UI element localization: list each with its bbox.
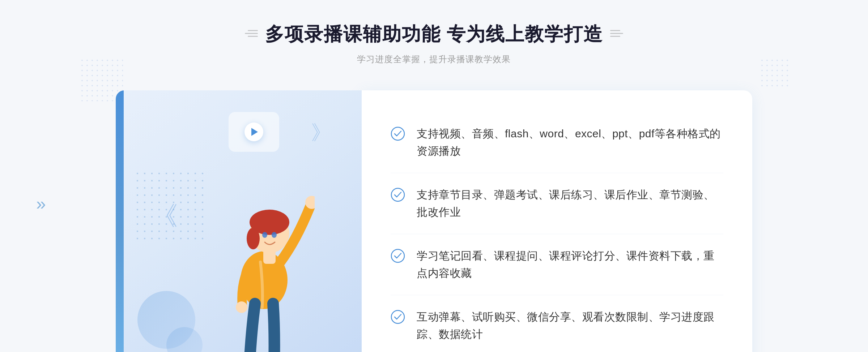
main-title: 多项录播课辅助功能 专为线上教学打造 <box>265 22 603 47</box>
video-bubble <box>229 112 279 152</box>
check-icon-2 <box>391 188 405 202</box>
svg-rect-8 <box>263 249 276 264</box>
feature-item-3: 学习笔记回看、课程提问、课程评论打分、课件资料下载，重点内容收藏 <box>391 234 723 295</box>
title-decoration-right <box>610 30 623 39</box>
play-icon <box>244 123 263 141</box>
feature-item-4: 互动弹幕、试听购买、微信分享、观看次数限制、学习进度跟踪、数据统计 <box>391 295 723 352</box>
chevron-left-decoration: » <box>36 193 46 213</box>
svg-point-9 <box>262 232 267 238</box>
feature-text-1: 支持视频、音频、flash、word、excel、ppt、pdf等各种格式的资源… <box>417 125 723 160</box>
svg-point-10 <box>272 232 277 238</box>
svg-point-5 <box>236 301 247 313</box>
svg-point-12 <box>391 188 404 201</box>
check-icon-4 <box>391 310 405 324</box>
check-icon-3 <box>391 249 405 263</box>
lines-decoration <box>152 199 181 228</box>
svg-point-3 <box>247 228 260 249</box>
lines-top-right <box>311 119 333 141</box>
title-decoration-left <box>245 30 258 39</box>
content-area: 支持视频、音频、flash、word、excel、ppt、pdf等各种格式的资源… <box>116 90 752 352</box>
feature-text-3: 学习笔记回看、课程提问、课程评论打分、课件资料下载，重点内容收藏 <box>417 247 723 282</box>
blue-accent-bar <box>116 90 124 352</box>
page-wrapper: » 多项录播课辅助功能 专为线上教学打造 学习进度全掌握，提升录播课教学效果 <box>0 0 868 352</box>
svg-point-11 <box>391 127 404 140</box>
illustration-card <box>116 90 362 352</box>
feature-item-2: 支持章节目录、弹题考试、课后练习、课后作业、章节测验、批改作业 <box>391 173 723 234</box>
feature-text-2: 支持章节目录、弹题考试、课后练习、课后作业、章节测验、批改作业 <box>417 186 723 221</box>
feature-item-1: 支持视频、音频、flash、word、excel、ppt、pdf等各种格式的资源… <box>391 112 723 173</box>
sub-title: 学习进度全掌握，提升录播课教学效果 <box>245 53 623 65</box>
header-section: 多项录播课辅助功能 专为线上教学打造 学习进度全掌握，提升录播课教学效果 <box>245 22 623 65</box>
svg-point-14 <box>391 310 404 323</box>
feature-text-4: 互动弹幕、试听购买、微信分享、观看次数限制、学习进度跟踪、数据统计 <box>417 308 723 343</box>
features-card: 支持视频、音频、flash、word、excel、ppt、pdf等各种格式的资源… <box>362 90 752 352</box>
dots-decoration-right <box>760 58 788 87</box>
svg-point-13 <box>391 249 404 262</box>
header-title-row: 多项录播课辅助功能 专为线上教学打造 <box>245 22 623 47</box>
person-illustration <box>213 168 315 352</box>
check-icon-1 <box>391 126 405 141</box>
